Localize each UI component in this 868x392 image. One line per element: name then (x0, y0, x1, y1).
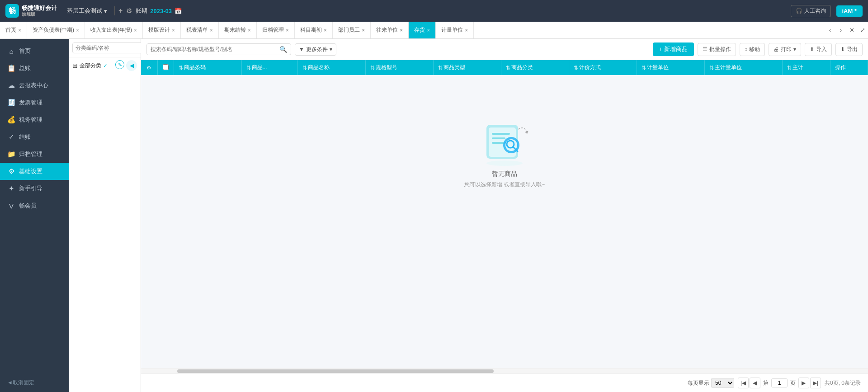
last-page-button[interactable]: ▶| (810, 378, 821, 388)
tab-计量单位[interactable]: 计量单位× (436, 22, 474, 39)
print-button[interactable]: 🖨 打印 ▾ (769, 43, 801, 56)
more-filter-button[interactable]: ▼ 更多条件 ▾ (295, 43, 336, 56)
sidebar-item-reports[interactable]: ☁云报表中心 (0, 77, 69, 94)
th-barcode[interactable]: ⇅ 商品条码 (174, 60, 241, 75)
tab-expand-button[interactable]: ⤢ (857, 22, 868, 39)
export-icon: ⬇ (840, 46, 845, 52)
sidebar-item-settings[interactable]: ⚙基础设置 (0, 163, 69, 180)
page-label: 第 (761, 379, 770, 387)
table-scrollbar[interactable] (141, 368, 868, 373)
import-button[interactable]: ⬆ 导入 (805, 43, 832, 56)
sidebar-item-invoice[interactable]: 🧾发票管理 (0, 94, 69, 111)
tab-close-icon[interactable]: × (465, 27, 468, 33)
settings-icon[interactable]: ⚙ (126, 7, 132, 15)
tab-close-icon[interactable]: × (362, 27, 365, 33)
tab-资产负债表(中期)[interactable]: 资产负债表(中期)× (27, 22, 85, 39)
tab-模版设计[interactable]: 模版设计× (143, 22, 181, 39)
sidebar-label: 归档管理 (19, 150, 42, 158)
tab-next-button[interactable]: › (835, 22, 846, 39)
tab-label: 首页 (5, 26, 16, 34)
search-icon[interactable]: 🔍 (279, 46, 287, 53)
th-name[interactable]: ⇅ 商品名称 (297, 60, 365, 75)
app-subtitle: 旗舰版 (22, 12, 57, 17)
sidebar-label: 基础设置 (19, 167, 42, 175)
all-category-button[interactable]: ⊞ 全部分类 ✓ (72, 62, 108, 70)
table-scrollbar-thumb[interactable] (177, 369, 494, 373)
tab-税表清单[interactable]: 税表清单× (181, 22, 219, 39)
filter-icon: ▼ (299, 46, 304, 52)
batch-icon: ☰ (703, 46, 708, 52)
next-page-button[interactable]: ▶ (798, 378, 809, 388)
tab-部门员工[interactable]: 部门员工× (333, 22, 371, 39)
sidebar-item-ledger[interactable]: 📋总账 (0, 60, 69, 77)
th-checkbox[interactable] (157, 60, 174, 75)
collapse-panel-button[interactable]: ◀ (126, 60, 137, 71)
export-button[interactable]: ⬇ 导出 (835, 43, 863, 56)
sidebar-item-home[interactable]: ⌂首页 (0, 43, 69, 60)
sidebar-item-close[interactable]: ✓结账 (0, 128, 69, 146)
th-settings[interactable]: ⚙ (141, 60, 157, 75)
calendar-icon[interactable]: 📅 (175, 8, 182, 14)
tab-存货[interactable]: 存货× (409, 22, 436, 39)
tab-close-icon[interactable]: × (172, 27, 175, 33)
grid-icon: ⊞ (72, 62, 78, 69)
tab-收入支出表(年报)[interactable]: 收入支出表(年报)× (85, 22, 143, 39)
tab-期末结转[interactable]: 期末结转× (219, 22, 257, 39)
sidebar-item-guide[interactable]: ✦新手引导 (0, 180, 69, 197)
batch-operation-button[interactable]: ☰ 批量操作 (698, 43, 736, 56)
th-code[interactable]: ⇅ 商品... (241, 60, 297, 75)
tab-close-icon[interactable]: × (76, 27, 79, 33)
tab-close-icon[interactable]: × (248, 27, 251, 33)
th-main-unit[interactable]: ⇅ 主计量单位 (704, 60, 782, 75)
tab-close-icon[interactable]: × (134, 27, 137, 33)
page-size-select[interactable]: 50 100 200 (711, 378, 734, 388)
th-unit[interactable]: ⇅ 计量单位 (637, 60, 704, 75)
tab-close-icon[interactable]: × (324, 27, 327, 33)
tab-prev-button[interactable]: ‹ (825, 22, 835, 39)
sidebar-item-member[interactable]: V畅会员 (0, 197, 69, 214)
kuaiji-button[interactable]: iAM * (836, 5, 863, 17)
tab-close-icon[interactable]: × (210, 27, 213, 33)
add-product-button[interactable]: + 新增商品 (653, 43, 694, 56)
unpin-sidebar-button[interactable]: ◄取消固定 (0, 373, 69, 392)
sidebar-label: 发票管理 (19, 99, 42, 107)
tax-icon: 💰 (7, 116, 15, 124)
tab-close-icon[interactable]: × (286, 27, 289, 33)
th-spec[interactable]: ⇅ 规格型号 (365, 60, 433, 75)
tab-close-icon[interactable]: × (400, 27, 403, 33)
th-type[interactable]: ⇅ 商品类型 (433, 60, 501, 75)
sidebar-item-tax[interactable]: 💰税务管理 (0, 111, 69, 128)
tab-label: 计量单位 (441, 26, 463, 34)
tab-科目期初[interactable]: 科目期初× (295, 22, 333, 39)
category-search-input[interactable] (72, 43, 146, 53)
page-unit-label: 页 (788, 379, 797, 387)
th-category[interactable]: ⇅ 商品分类 (501, 60, 569, 75)
pagination: 每页显示 50 100 200 |◀ ◀ 第 页 ▶ (141, 373, 868, 392)
tab-往来单位[interactable]: 往来单位× (371, 22, 409, 39)
category-actions: ✎ ◀ (115, 60, 137, 71)
move-button[interactable]: ↕ 移动 (740, 43, 765, 56)
guide-icon: ✦ (7, 184, 15, 193)
category-edit-icon[interactable]: ✎ (115, 60, 124, 69)
print-chevron-icon: ▾ (793, 46, 796, 52)
consult-button[interactable]: 🎧 人工咨询 (791, 5, 831, 17)
page-number-input[interactable] (771, 378, 788, 387)
select-all-checkbox[interactable] (163, 64, 169, 70)
category-header: ⊞ 全部分类 ✓ ✎ ◀ (69, 57, 141, 74)
tab-close-icon[interactable]: × (427, 27, 430, 33)
company-name: 基层工会测试 (67, 7, 102, 15)
tab-归档管理[interactable]: 归档管理× (257, 22, 295, 39)
first-page-button[interactable]: |◀ (738, 378, 749, 388)
company-selector[interactable]: 基层工会测试 ▾ (63, 5, 111, 17)
tab-首页[interactable]: 首页× (0, 22, 27, 39)
home-icon: ⌂ (7, 47, 15, 55)
add-tab-icon[interactable]: + (118, 7, 123, 15)
tab-close-all-button[interactable]: ✕ (846, 22, 857, 39)
product-search-input[interactable] (151, 46, 278, 52)
prev-page-button[interactable]: ◀ (750, 378, 760, 388)
th-main-calc[interactable]: ⇅ 主计 (782, 60, 830, 75)
th-price-method[interactable]: ⇅ 计价方式 (569, 60, 637, 75)
sidebar-item-archive[interactable]: 📁归档管理 (0, 146, 69, 163)
tab-label: 期末结转 (224, 26, 246, 34)
tab-close-icon[interactable]: × (18, 27, 21, 33)
